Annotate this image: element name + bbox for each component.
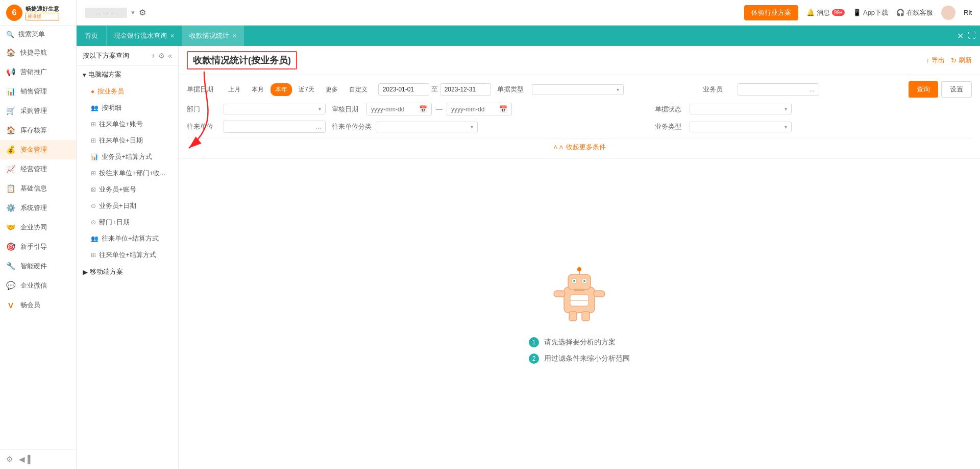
messages-button[interactable]: 🔔 消息 99+ bbox=[806, 8, 845, 17]
sidebar-item-purchase[interactable]: 🛒 采购管理 bbox=[0, 101, 76, 121]
doc-type-select[interactable]: ▾ bbox=[532, 84, 624, 95]
settings-gear-icon[interactable]: ⚙ bbox=[139, 8, 146, 17]
tab-bar-right: ✕ ⛶ bbox=[957, 31, 980, 41]
custom-date-btn[interactable]: 自定义 bbox=[345, 83, 372, 96]
query-button[interactable]: 查询 bbox=[909, 81, 938, 98]
this-year-btn[interactable]: 本年 bbox=[271, 83, 292, 96]
biz-type-label: 业务类型 bbox=[655, 122, 685, 131]
doc-status-select[interactable]: ▾ bbox=[690, 104, 792, 114]
desktop-group-title[interactable]: ▾ 电脑端方案 bbox=[77, 66, 178, 83]
partner-category-select[interactable]: ▾ bbox=[376, 122, 478, 132]
partner-more-btn[interactable]: ... bbox=[316, 123, 321, 130]
tab-close-all-icon[interactable]: ✕ bbox=[957, 31, 964, 41]
settings-bottom-icon[interactable]: ⚙ bbox=[6, 455, 13, 464]
scheme-by-unit-account[interactable]: ⊞ 往来单位+账号 bbox=[77, 116, 178, 132]
review-to-input[interactable] bbox=[451, 106, 497, 113]
refresh-icon: ↻ bbox=[951, 57, 957, 64]
mobile-group-title[interactable]: ▶ 移动端方案 bbox=[77, 263, 178, 280]
page-content: 按以下方案查询 + ⚙ « ▾ 电脑端方案 ● 按业务员 👥 按 bbox=[77, 46, 980, 469]
tab-collection-stats[interactable]: 收款情况统计 ✕ bbox=[182, 26, 244, 46]
sidebar-item-inventory[interactable]: 🏠 库存核算 bbox=[0, 121, 76, 140]
column-settings-button[interactable]: 设置 bbox=[941, 81, 972, 98]
mobile-schemes-group: ▶ 移动端方案 bbox=[77, 263, 178, 280]
review-date-from[interactable]: 📅 bbox=[366, 103, 432, 115]
sales-icon: 📊 bbox=[6, 87, 15, 96]
review-date-to[interactable]: 📅 bbox=[447, 103, 512, 115]
this-month-btn[interactable]: 本月 bbox=[247, 83, 268, 96]
collapse-more-button[interactable]: ∧∧ 收起更多条件 bbox=[553, 143, 606, 151]
salesperson-select[interactable]: ... bbox=[738, 83, 819, 96]
header-left: — — — ▾ ⚙ bbox=[85, 8, 146, 18]
online-service-button[interactable]: 🎧 在线客服 bbox=[896, 8, 933, 17]
chevron-down-icon[interactable]: ▾ bbox=[131, 9, 135, 16]
sidebar-item-basic[interactable]: 📋 基础信息 bbox=[0, 179, 76, 198]
last-month-btn[interactable]: 上月 bbox=[224, 83, 245, 96]
sidebar-item-sales[interactable]: 📊 销售管理 bbox=[0, 82, 76, 101]
collapse-sidebar-icon[interactable]: ◀▐ bbox=[19, 455, 31, 464]
tab-close-bank-flow[interactable]: ✕ bbox=[170, 33, 175, 39]
sidebar-item-operations[interactable]: 📈 经营管理 bbox=[0, 159, 76, 179]
empty-state: 1 请先选择要分析的方案 2 用过滤条件来缩小分析范围 bbox=[179, 159, 980, 469]
scheme-by-unit-method2[interactable]: ⊞ 往来单位+结算方式 bbox=[77, 247, 178, 263]
sidebar-item-quicknav[interactable]: 🏠 快捷导航 bbox=[0, 43, 76, 62]
staff-method-icon: 📊 bbox=[91, 153, 99, 160]
scheme-settings-button[interactable]: ⚙ bbox=[158, 52, 165, 60]
sidebar-item-guide[interactable]: 🎯 新手引导 bbox=[0, 237, 76, 256]
app-download-button[interactable]: 📱 App下载 bbox=[853, 8, 888, 17]
scheme-by-unit-dept[interactable]: ⊞ 按往来单位+部门+收... bbox=[77, 165, 178, 181]
scheme-by-staff-method[interactable]: 📊 业务员+结算方式 bbox=[77, 149, 178, 165]
unit-method1-icon: 👥 bbox=[91, 235, 99, 242]
scheme-by-staff-date[interactable]: ⊙ 业务员+日期 bbox=[77, 198, 178, 214]
svg-rect-10 bbox=[554, 291, 565, 297]
tab-bank-flow[interactable]: 现金银行流水查询 ✕ bbox=[106, 26, 182, 46]
user-avatar[interactable] bbox=[941, 6, 955, 20]
scheme-by-dept-date[interactable]: ⊙ 部门+日期 bbox=[77, 214, 178, 230]
svg-rect-15 bbox=[582, 312, 590, 321]
tab-close-collection-stats[interactable]: ✕ bbox=[232, 33, 237, 39]
scheme-by-staff-account[interactable]: ⊠ 业务员+账号 bbox=[77, 181, 178, 198]
scheme-by-detail[interactable]: 👥 按明细 bbox=[77, 100, 178, 116]
doc-type-dropdown-icon: ▾ bbox=[617, 87, 619, 92]
dept-select[interactable]: ▾ bbox=[224, 104, 326, 114]
date-from-input[interactable] bbox=[378, 83, 429, 96]
sidebar-item-member[interactable]: V 畅会员 bbox=[0, 295, 76, 315]
chevron-down-icon-group: ▾ bbox=[83, 71, 86, 79]
unit-account-icon: ⊞ bbox=[91, 121, 96, 128]
sidebar-item-hardware[interactable]: 🔧 智能硬件 bbox=[0, 256, 76, 276]
scheme-by-unit-date[interactable]: ⊞ 往来单位+日期 bbox=[77, 132, 178, 149]
sidebar-item-enterprise[interactable]: 🤝 企业协同 bbox=[0, 218, 76, 237]
dept-label: 部门 bbox=[187, 105, 217, 114]
sidebar-item-system[interactable]: ⚙️ 系统管理 bbox=[0, 198, 76, 218]
tab-home[interactable]: 首页 bbox=[77, 26, 106, 46]
search-menu[interactable]: 🔍 搜索菜单 bbox=[0, 26, 76, 43]
robot-icon bbox=[549, 264, 610, 325]
more-date-btn[interactable]: 更多 bbox=[321, 83, 342, 96]
bell-icon: 🔔 bbox=[806, 9, 815, 16]
download-icon: 📱 bbox=[853, 9, 861, 16]
sidebar-item-wechat[interactable]: 💬 企业微信 bbox=[0, 276, 76, 295]
doc-type-label: 单据类型 bbox=[497, 85, 528, 94]
scheme-by-salesperson[interactable]: ● 按业务员 bbox=[77, 83, 178, 100]
last-7days-btn[interactable]: 近7天 bbox=[294, 83, 319, 96]
date-to-input[interactable] bbox=[440, 83, 491, 96]
tab-maximize-icon[interactable]: ⛶ bbox=[968, 31, 976, 40]
svg-rect-9 bbox=[574, 289, 584, 291]
sidebar-item-marketing[interactable]: 📢 营销推广 bbox=[0, 62, 76, 82]
left-panel-title: 按以下方案查询 bbox=[83, 51, 148, 60]
enterprise-icon: 🤝 bbox=[6, 223, 15, 232]
biz-type-select[interactable]: ▾ bbox=[690, 122, 792, 132]
trial-button[interactable]: 体验行业方案 bbox=[744, 5, 798, 20]
doc-status-dropdown-icon: ▾ bbox=[785, 106, 787, 112]
collapse-panel-button[interactable]: « bbox=[168, 52, 172, 60]
sidebar-item-finance[interactable]: 💰 资金管理 bbox=[0, 140, 76, 159]
page-title-box: 收款情况统计(按业务员) bbox=[187, 51, 297, 69]
refresh-button[interactable]: ↻ 刷新 bbox=[951, 56, 972, 65]
main-area: — — — ▾ ⚙ 体验行业方案 🔔 消息 99+ 📱 App下载 🎧 在线客服… bbox=[77, 0, 980, 469]
scheme-by-unit-method1[interactable]: 👥 往来单位+结算方式 bbox=[77, 230, 178, 247]
review-from-input[interactable] bbox=[371, 106, 417, 113]
left-panel-header: 按以下方案查询 + ⚙ « bbox=[77, 46, 178, 66]
add-scheme-button[interactable]: + bbox=[151, 52, 155, 60]
salesperson-more-icon[interactable]: ... bbox=[810, 86, 815, 93]
partner-input[interactable]: ... bbox=[224, 121, 326, 133]
export-button[interactable]: ↑ 导出 bbox=[926, 56, 945, 65]
